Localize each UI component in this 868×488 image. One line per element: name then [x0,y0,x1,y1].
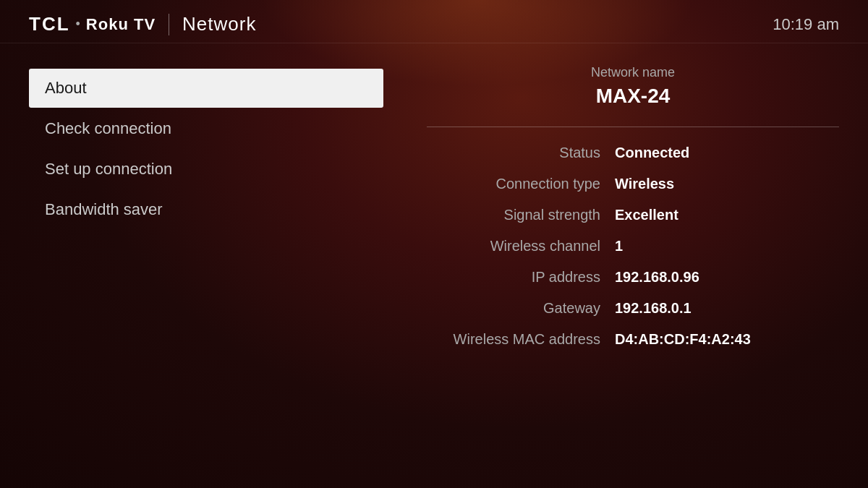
header-divider [169,14,169,35]
main-content: About Check connection Set up connection… [0,43,868,488]
header: TCL • Roku TV Network 10:19 am [0,0,868,43]
info-row: StatusConnected [427,139,839,167]
info-row: Connection typeWireless [427,170,839,198]
info-table: StatusConnectedConnection typeWirelessSi… [427,139,839,354]
brand-tcl: TCL [29,13,70,35]
info-value: D4:AB:CD:F4:A2:43 [615,331,751,348]
info-value: Wireless [615,176,674,192]
brand-roku: Roku TV [86,15,156,34]
info-value: Excellent [615,207,678,223]
sidebar: About Check connection Set up connection… [29,65,383,466]
info-label: Wireless channel [427,238,615,254]
screen: TCL • Roku TV Network 10:19 am About Che… [0,0,868,488]
divider [427,127,839,127]
info-row: IP address192.168.0.96 [427,263,839,291]
info-value: 192.168.0.96 [615,269,699,286]
info-row: Gateway192.168.0.1 [427,294,839,322]
detail-panel: Network name MAX-24 StatusConnectedConne… [427,65,839,466]
info-row: Wireless MAC addressD4:AB:CD:F4:A2:43 [427,325,839,354]
info-row: Signal strengthExcellent [427,201,839,229]
info-value: 1 [615,238,623,254]
sidebar-item-setup-connection[interactable]: Set up connection [29,150,383,189]
info-label: Status [427,145,615,161]
info-value: Connected [615,145,689,161]
network-name-section: Network name MAX-24 [427,65,839,121]
page-title: Network [182,13,256,35]
brand-dot: • [76,17,80,32]
info-row: Wireless channel1 [427,232,839,260]
sidebar-item-about[interactable]: About [29,69,383,108]
info-label: IP address [427,269,615,286]
network-name-label: Network name [427,65,839,80]
info-label: Gateway [427,300,615,317]
clock: 10:19 am [773,15,839,34]
info-label: Wireless MAC address [427,331,615,348]
info-value: 192.168.0.1 [615,300,692,317]
header-left: TCL • Roku TV Network [29,13,256,35]
sidebar-item-bandwidth-saver[interactable]: Bandwidth saver [29,190,383,229]
network-name-value: MAX-24 [427,85,839,108]
info-label: Signal strength [427,207,615,223]
info-label: Connection type [427,176,615,192]
sidebar-item-check-connection[interactable]: Check connection [29,109,383,148]
